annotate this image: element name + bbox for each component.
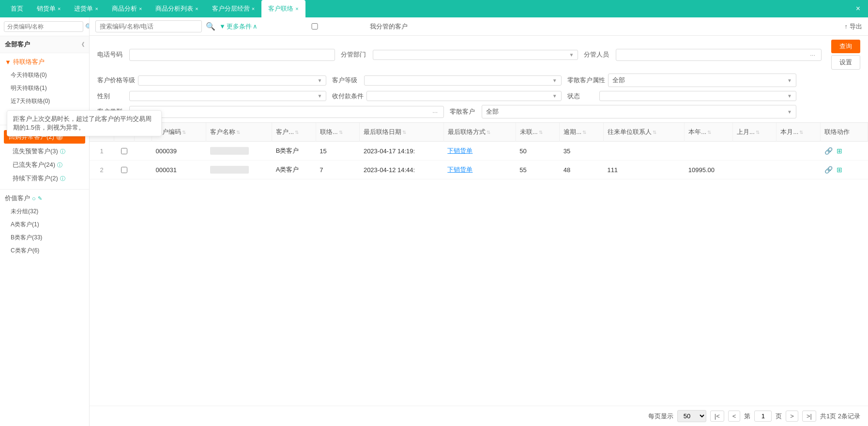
row2-name xyxy=(206,161,272,179)
row1-contact-count: 15 xyxy=(316,142,360,161)
export-btn[interactable]: ↑ 导出 xyxy=(845,22,863,31)
pending-contact-label[interactable]: ▼ 待联络客户 xyxy=(0,55,89,69)
status-select[interactable]: ▼ xyxy=(599,91,796,101)
search-button[interactable]: 🔍 xyxy=(206,22,215,31)
row2-detail-icon[interactable]: ⊞ xyxy=(837,166,842,174)
col-this-month[interactable]: 本月... ⇅ xyxy=(777,123,821,142)
retail-customer-caret-icon: ▼ xyxy=(787,109,792,115)
all-customers-header[interactable]: 全部客户 《 xyxy=(0,36,89,53)
sidebar-collapse-btn[interactable]: 《 xyxy=(79,41,84,48)
nav-product-analysis[interactable]: 商品分析 × xyxy=(105,0,149,17)
nav-home[interactable]: 首页 xyxy=(4,0,30,17)
filter-gender: 性别 ▼ xyxy=(97,91,326,101)
next-page-btn[interactable]: > xyxy=(786,411,798,422)
customer-level-select[interactable]: ▼ xyxy=(364,75,561,86)
col-customer-name[interactable]: 客户名称 ⇅ xyxy=(206,123,272,142)
my-customer-checkbox-label[interactable]: 我分管的客户 xyxy=(261,22,408,31)
churned-info-icon[interactable]: ⓘ xyxy=(57,162,62,169)
price-level-select[interactable]: ▼ xyxy=(138,75,326,86)
nav-product-analysis-list[interactable]: 商品分析列表 × xyxy=(149,0,205,17)
table-header-row: ⚙ 客户编码 ⇅ 客户名称 ⇅ xyxy=(90,123,868,142)
sidebar-item-churn-warning[interactable]: 流失预警客户(3) ⓘ xyxy=(2,145,87,158)
retail-attr-select[interactable]: 全部 ▼ xyxy=(608,73,796,87)
row1-last-method[interactable]: 下销货单 xyxy=(443,142,516,161)
my-customer-checkbox[interactable] xyxy=(261,23,368,29)
col-this-year[interactable]: 本年... ⇅ xyxy=(685,123,733,142)
value-group-edit-icon[interactable]: ○ xyxy=(32,195,36,202)
nav-customer-tier[interactable]: 客户分层经营 × xyxy=(205,0,261,17)
col-customer-type[interactable]: 客户... ⇅ xyxy=(272,123,316,142)
nav-customer-contact[interactable]: 客户联络 × xyxy=(261,0,305,17)
more-conditions-btn[interactable]: ▼ 更多条件 ∧ xyxy=(219,22,258,31)
row2-contact-icon[interactable]: 🔗 xyxy=(824,166,833,174)
window-close-btn[interactable]: × xyxy=(852,4,864,13)
sidebar-item-today[interactable]: 今天待联络(0) xyxy=(0,69,89,82)
sidebar-item-declining[interactable]: 持续下滑客户(2) ⓘ xyxy=(2,172,87,185)
row2-last-date: 2023-04-12 14:44: xyxy=(360,161,443,179)
per-page-select[interactable]: 50 100 200 xyxy=(677,410,706,422)
sidebar-item-class-a[interactable]: A类客户(1) xyxy=(0,218,89,231)
row1-actions: 🔗 ⊞ xyxy=(821,142,868,161)
payment-select[interactable]: ▼ xyxy=(366,91,561,101)
manager-select[interactable]: ··· xyxy=(616,49,822,61)
tooltip-text: 距客户上次交易时长，超过了此客户的平均交易周期的1.5倍，则视为异常。 xyxy=(13,115,152,131)
sidebar-item-tomorrow[interactable]: 明天待联络(1) xyxy=(0,82,89,95)
row2-this-year: 10995.00 xyxy=(685,161,733,179)
col-overdue[interactable]: 逾期... ⇅ xyxy=(560,123,604,142)
nav-product-analysis-list-close[interactable]: × xyxy=(195,6,198,12)
nav-purchase-order-close[interactable]: × xyxy=(95,6,98,12)
nav-customer-tier-close[interactable]: × xyxy=(252,6,255,12)
nav-product-analysis-close[interactable]: × xyxy=(139,6,142,12)
declining-info-icon[interactable]: ⓘ xyxy=(60,175,65,182)
settings-btn[interactable]: 设置 xyxy=(831,55,860,70)
col-last-month[interactable]: 上月... ⇅ xyxy=(732,123,777,142)
row1-detail-icon[interactable]: ⊞ xyxy=(837,147,842,155)
col-unit-contact[interactable]: 往来单位联系人 ⇅ xyxy=(603,123,684,142)
sidebar-item-class-c[interactable]: C类客户(6) xyxy=(0,244,89,257)
dept-caret-icon: ▼ xyxy=(569,52,574,58)
table-row: 2 000031 A类客户 7 2023-04-12 14:44: xyxy=(90,161,868,179)
filter-caret-icon: ∧ xyxy=(253,23,258,30)
sidebar-item-ungrouped[interactable]: 未分组(32) xyxy=(0,205,89,218)
col-uncontacted[interactable]: 未联... ⇅ xyxy=(516,123,560,142)
customer-type-select[interactable]: ··· xyxy=(129,106,444,118)
filter-action-btns: 查询 设置 xyxy=(831,40,860,70)
sidebar-search-icon[interactable]: 🔍 xyxy=(85,23,90,30)
filter-status: 状态 ▼ xyxy=(567,91,796,101)
phone-input[interactable] xyxy=(129,49,335,61)
retail-attr-caret-icon: ▼ xyxy=(787,78,792,83)
sidebar-item-7days[interactable]: 近7天待联络(0) xyxy=(0,95,89,108)
value-group-edit2-icon[interactable]: ✎ xyxy=(38,195,42,202)
query-btn[interactable]: 查询 xyxy=(831,40,860,53)
sidebar-item-churned[interactable]: 已流失客户(24) ⓘ xyxy=(2,158,87,172)
row1-last-date: 2023-04-17 14:19: xyxy=(360,142,443,161)
last-page-btn[interactable]: >| xyxy=(802,411,816,422)
row1-contact-icon[interactable]: 🔗 xyxy=(824,147,833,155)
nav-sales-order[interactable]: 销货单 × xyxy=(30,0,67,17)
export-icon: ↑ xyxy=(845,23,848,30)
manager-dots[interactable]: ··· xyxy=(808,51,817,59)
nav-sales-order-close[interactable]: × xyxy=(58,6,61,12)
row2-checkbox[interactable] xyxy=(114,161,135,179)
retail-customer-select[interactable]: 全部 ▼ xyxy=(482,105,796,118)
col-contact-count[interactable]: 联络... ⇅ xyxy=(316,123,360,142)
col-last-contact-date[interactable]: 最后联络日期 ⇅ xyxy=(360,123,443,142)
sort-uncontacted-icon: ⇅ xyxy=(539,130,543,135)
sort-name-icon: ⇅ xyxy=(236,130,240,135)
row2-last-method[interactable]: 下销货单 xyxy=(443,161,516,179)
sidebar-item-class-b[interactable]: B类客户(33) xyxy=(0,231,89,244)
dept-select[interactable]: ▼ xyxy=(373,50,579,60)
price-level-caret-icon: ▼ xyxy=(317,78,322,83)
first-page-btn[interactable]: |< xyxy=(710,411,724,422)
row1-checkbox[interactable] xyxy=(114,142,135,161)
nav-customer-contact-close[interactable]: × xyxy=(295,6,298,12)
prev-page-btn[interactable]: < xyxy=(728,411,741,422)
customer-type-dots[interactable]: ··· xyxy=(430,108,440,116)
churn-warning-info-icon[interactable]: ⓘ xyxy=(60,148,65,155)
search-input[interactable] xyxy=(95,20,202,32)
page-number-input[interactable] xyxy=(754,411,772,422)
gender-select[interactable]: ▼ xyxy=(129,91,326,101)
sidebar-search-input[interactable] xyxy=(4,21,83,32)
nav-purchase-order[interactable]: 进货单 × xyxy=(67,0,105,17)
col-last-contact-method[interactable]: 最后联络方式 ⇅ xyxy=(443,123,516,142)
